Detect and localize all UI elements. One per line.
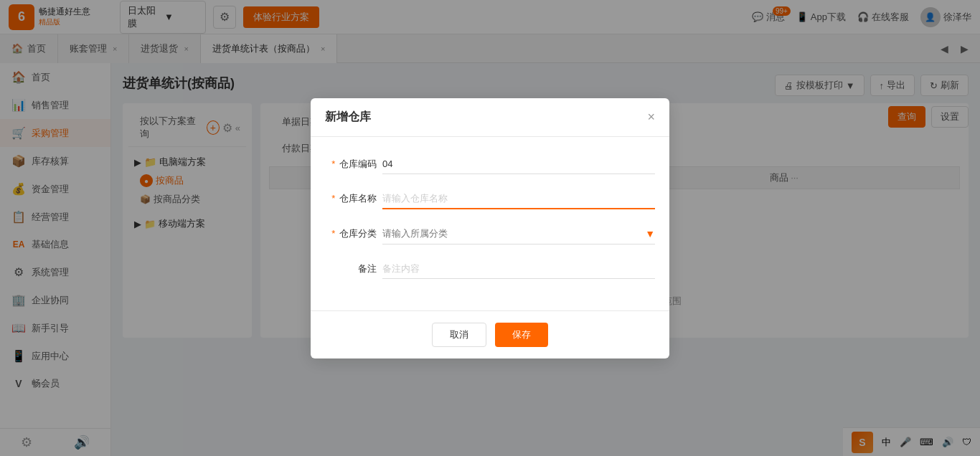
required-star-category: * <box>331 228 335 239</box>
warehouse-remark-input[interactable] <box>382 259 655 279</box>
warehouse-name-input[interactable] <box>382 189 655 209</box>
category-dropdown-icon[interactable]: ▼ <box>645 228 655 239</box>
modal-header: 新增仓库 × <box>311 98 669 137</box>
warehouse-code-label: * 仓库编码 <box>325 158 382 171</box>
warehouse-name-row: * 仓库名称 <box>325 189 655 209</box>
modal-body: * 仓库编码 * 仓库名称 * 仓库分类 <box>311 137 669 310</box>
modal-title: 新增仓库 <box>325 110 371 125</box>
warehouse-code-input[interactable] <box>382 154 655 174</box>
warehouse-category-input[interactable] <box>382 228 645 239</box>
warehouse-code-row: * 仓库编码 <box>325 154 655 174</box>
required-star-name: * <box>331 193 335 204</box>
modal-save-button[interactable]: 保存 <box>495 323 548 347</box>
modal-footer: 取消 保存 <box>311 310 669 358</box>
modal-add-warehouse: 新增仓库 × * 仓库编码 * 仓库名称 <box>311 98 669 358</box>
warehouse-remark-row: 备注 <box>325 259 655 279</box>
required-star-code: * <box>331 158 335 169</box>
modal-cancel-button[interactable]: 取消 <box>432 323 486 347</box>
warehouse-category-label: * 仓库分类 <box>325 227 382 240</box>
modal-overlay[interactable]: 新增仓库 × * 仓库编码 * 仓库名称 <box>0 0 980 456</box>
warehouse-category-row: * 仓库分类 ▼ <box>325 224 655 244</box>
warehouse-name-label: * 仓库名称 <box>325 192 382 205</box>
warehouse-category-select[interactable]: ▼ <box>382 224 655 244</box>
modal-close-button[interactable]: × <box>647 110 655 123</box>
warehouse-remark-label: 备注 <box>325 262 382 275</box>
